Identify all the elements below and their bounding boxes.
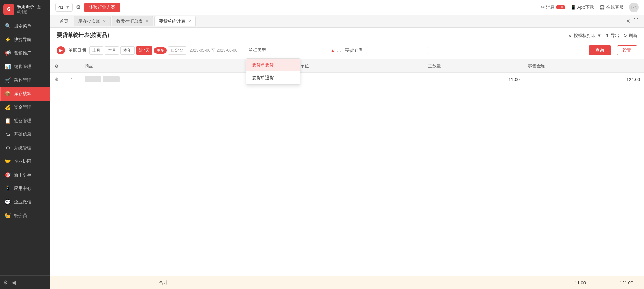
sidebar-bottom: ⚙ ◀ (0, 275, 50, 289)
message-badge: 99+ (556, 5, 565, 9)
filter-expand-button[interactable]: ▶ (57, 46, 65, 54)
sidebar-label-operations: 经营管理 (14, 118, 31, 124)
settings-action-button[interactable]: 设置 (617, 45, 637, 55)
export-button[interactable]: ⬆ 导出 (605, 32, 619, 39)
sidebar-item-appstore[interactable]: 📱 应用中心 (0, 182, 50, 195)
message-label: 消息 (546, 4, 555, 10)
dropdown-item-order-return[interactable]: 要货单退货 (246, 71, 300, 84)
top-header: 41 ▼ ⚙ 体验行业方案 ✉ 消息 99+ 📱 App下载 🎧 在线客服 Ri… (50, 0, 644, 15)
page-header: 要货单统计表(按商品) 🖨 按模板打印 ▼ ⬆ 导出 ↻ 刷新 (50, 28, 644, 42)
sidebar-item-inventory[interactable]: 📦 库存核算 (0, 87, 50, 101)
trial-button[interactable]: 体验行业方案 (84, 3, 120, 12)
sidebar-item-sales[interactable]: 📊 销售管理 (0, 60, 50, 73)
col-gear: ⚙ (50, 60, 64, 73)
sidebar-label-wechat: 企业微信 (14, 199, 31, 205)
tab-order-summary-label: 要货单统计表 (159, 18, 185, 24)
sidebar-item-quick-nav[interactable]: ⚡ 快捷导航 (0, 33, 50, 46)
query-button[interactable]: 查询 (589, 45, 611, 55)
footer-amount: 121.00 (599, 280, 640, 285)
app-download-button[interactable]: 📱 App下载 (571, 4, 594, 10)
company-number: 41 (58, 5, 63, 10)
sidebar-item-enterprise[interactable]: 🤝 企业协同 (0, 155, 50, 168)
dropdown-item-order-goods[interactable]: 要货单要货 (246, 59, 300, 71)
product-name-block-1 (85, 76, 101, 82)
system-icon: ⚙ (4, 144, 11, 151)
tab-close-all-icon[interactable]: ✕ (626, 18, 630, 24)
wechat-icon: 💬 (4, 199, 11, 205)
page-title: 要货单统计表(按商品) (57, 32, 109, 39)
collapse-sidebar-icon[interactable]: ◀ (11, 279, 16, 286)
tab-expand-icon[interactable]: ⛶ (633, 18, 639, 24)
type-filter-input[interactable] (268, 47, 329, 54)
sidebar-label-marketing: 营销推广 (14, 50, 31, 56)
guide-icon: 🎯 (4, 172, 11, 178)
online-service-button[interactable]: 🎧 在线客服 (599, 4, 624, 10)
main-area: 41 ▼ ⚙ 体验行业方案 ✉ 消息 99+ 📱 App下载 🎧 在线客服 Ri… (50, 0, 644, 289)
service-icon: 🎧 (599, 5, 605, 10)
sidebar-label-quick-nav: 快捷导航 (14, 37, 31, 43)
row-quantity-cell: 11.00 (424, 73, 524, 86)
row-amount-cell: 121.00 (524, 73, 644, 86)
col-num (64, 60, 80, 73)
date-btn-custom[interactable]: 自定义 (168, 46, 186, 55)
type-dropdown: 要货单要货 要货单退货 (246, 58, 300, 85)
row-gear-cell[interactable]: ⚙ (50, 73, 64, 86)
sidebar-item-wechat[interactable]: 💬 企业微信 (0, 195, 50, 209)
tab-order-summary[interactable]: 要货单统计表 ✕ (154, 16, 196, 26)
tab-receive-summary[interactable]: 收发存汇总表 ✕ (112, 16, 153, 26)
enterprise-icon: 🤝 (4, 158, 11, 165)
table-footer: 合计 11.00 121.00 (50, 276, 644, 289)
user-avatar[interactable]: Rit (629, 3, 639, 12)
sidebar-item-system[interactable]: ⚙ 系统管理 (0, 141, 50, 155)
appstore-icon: 📱 (4, 185, 11, 192)
print-dropdown-icon[interactable]: ▼ (597, 33, 601, 38)
sidebar-label-guide: 新手引导 (14, 172, 31, 178)
product-name-block-2 (103, 76, 120, 82)
tab-inventory-batch[interactable]: 库存批次账 ✕ (74, 16, 111, 26)
basic-icon: 🗂 (4, 131, 11, 138)
search-icon: 🔍 (4, 23, 11, 29)
sidebar-item-operations[interactable]: 📋 经营管理 (0, 114, 50, 128)
sidebar-item-search[interactable]: 🔍 搜索菜单 (0, 19, 50, 33)
data-table: ⚙ 商品 主计量单位 主数量 零售金额 ⚙ 1 (50, 60, 644, 86)
message-button[interactable]: ✉ 消息 99+ (541, 4, 565, 10)
type-filter-arrow[interactable]: ▲ (330, 48, 335, 53)
footer-label: 合计 (159, 280, 168, 286)
tab-home[interactable]: 首页 (55, 16, 72, 26)
date-more-button[interactable]: 更多 (154, 47, 167, 54)
sidebar-label-basic: 基础信息 (14, 131, 31, 137)
sidebar-item-purchase[interactable]: 🛒 采购管理 (0, 73, 50, 87)
date-btn-this-month[interactable]: 本月 (105, 46, 119, 55)
tab-inventory-batch-close[interactable]: ✕ (103, 19, 106, 24)
sidebar-item-marketing[interactable]: 📢 营销推广 (0, 46, 50, 60)
sidebar-item-guide[interactable]: 🎯 新手引导 (0, 168, 50, 182)
print-button[interactable]: 🖨 按模板打印 ▼ (568, 32, 601, 39)
header-gear-icon[interactable]: ⚙ (76, 4, 81, 10)
sales-icon: 📊 (4, 63, 11, 70)
page-header-actions: 🖨 按模板打印 ▼ ⬆ 导出 ↻ 刷新 (568, 32, 637, 39)
sidebar-label-appstore: 应用中心 (14, 185, 31, 192)
sidebar-label-finance: 资金管理 (14, 104, 31, 110)
tab-receive-summary-close[interactable]: ✕ (145, 19, 149, 24)
warehouse-filter-input[interactable] (366, 47, 429, 54)
date-btn-last-7-days[interactable]: 近7天 (136, 46, 152, 55)
online-service-label: 在线客服 (606, 4, 624, 10)
sidebar-item-finance[interactable]: 💰 资金管理 (0, 101, 50, 114)
finance-icon: 💰 (4, 104, 11, 111)
sidebar-item-basic[interactable]: 🗂 基础信息 (0, 128, 50, 141)
inventory-icon: 📦 (4, 90, 11, 97)
col-amount: 零售金额 (524, 60, 644, 73)
purchase-icon: 🛒 (4, 77, 11, 84)
date-btn-last-month[interactable]: 上月 (89, 46, 103, 55)
table-row: ⚙ 1 块 11.00 121.00 (50, 73, 644, 86)
refresh-button[interactable]: ↻ 刷新 (623, 32, 637, 39)
type-filter-more-icon[interactable]: … (336, 47, 342, 53)
member-icon: 👑 (4, 212, 11, 219)
sidebar-item-member[interactable]: 👑 畅会员 (0, 209, 50, 222)
company-selector[interactable]: 41 ▼ (55, 3, 73, 12)
date-btn-this-year[interactable]: 本年 (120, 46, 135, 55)
tab-receive-summary-label: 收发存汇总表 (116, 18, 143, 24)
bottom-settings-icon[interactable]: ⚙ (3, 279, 8, 286)
sidebar-label-member: 畅会员 (14, 213, 27, 219)
tab-order-summary-close[interactable]: ✕ (188, 19, 191, 24)
